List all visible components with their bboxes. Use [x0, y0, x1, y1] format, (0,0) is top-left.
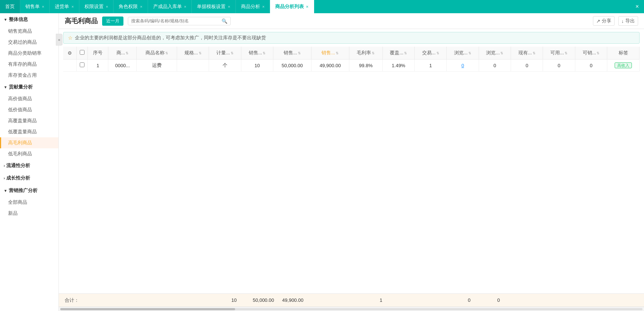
nav-item-role[interactable]: 角色权限 ×	[114, 0, 148, 13]
col-header-name[interactable]: 商品名称⇅	[137, 47, 177, 59]
sidebar-group-growth[interactable]: › 成长性分析	[0, 172, 58, 184]
col-header-sales-profit[interactable]: 销售...⇅	[311, 47, 349, 59]
select-all-checkbox[interactable]	[80, 50, 84, 55]
share-button[interactable]: ↗ 分享	[593, 16, 615, 26]
sidebar-item-low-value[interactable]: 低价值商品	[0, 104, 58, 115]
sidebar-collapse-btn[interactable]: «	[56, 34, 62, 46]
nav-close-role[interactable]: ×	[140, 4, 142, 9]
col-header-trade[interactable]: 交易...⇅	[414, 47, 446, 59]
sidebar-group-contribution[interactable]: ▼ 贡献量分析	[0, 81, 58, 93]
col-header-settings[interactable]: ⚙	[63, 47, 76, 59]
nav-label-template: 单据模板设置	[197, 3, 226, 10]
sidebar-group-growth-label: 成长性分析	[6, 175, 30, 181]
nav-label-home: 首页	[5, 3, 15, 10]
col-header-unit[interactable]: 计量...⇅	[209, 47, 241, 59]
sidebar-group-liquidity[interactable]: › 流通性分析	[0, 159, 58, 172]
col-header-spec[interactable]: 规格...⇅	[177, 47, 209, 59]
col-header-tag: 标签	[607, 47, 640, 59]
sidebar-group-marketing[interactable]: ▼ 营销推广分析	[0, 184, 58, 197]
cell-unit: 个	[209, 59, 241, 72]
product-table: ⚙ 序号 商...⇅ 商品名称⇅ 规格...⇅ 计量...⇅ 销售...⇅ 销售…	[63, 47, 640, 72]
footer-cell-sales-amount: 50,000.00	[249, 297, 278, 303]
sidebar-item-all-products[interactable]: 全部商品	[0, 197, 58, 208]
col-header-sku[interactable]: 商...⇅	[108, 47, 137, 59]
table-header-row: ⚙ 序号 商...⇅ 商品名称⇅ 规格...⇅ 计量...⇅ 销售...⇅ 销售…	[63, 47, 640, 59]
footer-bar: 合计： 10 50,000.00 49,900.00 1 0 0	[59, 293, 644, 307]
nav-close-product-analysis[interactable]: ×	[262, 4, 265, 9]
col-header-current-stock[interactable]: 现有...⇅	[511, 47, 543, 59]
cell-sellable: 0	[575, 59, 607, 72]
cell-view1[interactable]: 0	[447, 59, 479, 72]
nav-label-role: 角色权限	[119, 3, 138, 10]
nav-close-all[interactable]: ×	[630, 3, 644, 10]
top-nav: 首页 销售单 × 进货单 × 权限设置 × 角色权限 × 产成品入库单 × 单据…	[0, 0, 644, 13]
col-header-coverage[interactable]: 覆盖...⇅	[382, 47, 414, 59]
nav-item-sales[interactable]: 销售单 ×	[20, 0, 50, 13]
sidebar-item-high-value[interactable]: 高价值商品	[0, 93, 58, 104]
col-header-sales-amount[interactable]: 销售...⇅	[273, 47, 311, 59]
cell-check[interactable]	[76, 59, 87, 72]
nav-close-template[interactable]: ×	[228, 4, 230, 9]
content-area: 高毛利商品 近一月 🔍 ↗ 分享 ↓ 导出 ☆ 企业的主要的利润都是这部分商品创…	[59, 13, 644, 311]
nav-close-analysis-list[interactable]: ×	[306, 4, 308, 9]
footer-cells: 10 50,000.00 49,900.00 1 0 0	[86, 297, 638, 303]
header-actions: ↗ 分享 ↓ 导出	[593, 16, 638, 26]
cell-sales-amount: 50,000.00	[273, 59, 311, 72]
footer-cell-sales-qty: 10	[219, 297, 249, 303]
footer-cell-view2	[425, 297, 454, 303]
sidebar-item-label-low-value: 低价值商品	[8, 107, 32, 112]
row-checkbox[interactable]	[80, 62, 84, 67]
nav-close-warehouse[interactable]: ×	[184, 4, 186, 9]
sidebar-item-in-stock[interactable]: 有库存的商品	[0, 59, 58, 70]
nav-item-template[interactable]: 单据模板设置 ×	[192, 0, 235, 13]
col-header-check[interactable]	[76, 47, 87, 59]
sidebar-item-high-coverage[interactable]: 高覆盖量商品	[0, 115, 58, 126]
col-header-available-stock[interactable]: 可用...⇅	[543, 47, 575, 59]
sidebar-item-label-sales-overview: 销售览商品	[8, 28, 32, 34]
search-input[interactable]	[131, 18, 222, 23]
cell-index: 1	[87, 59, 108, 72]
nav-item-permission[interactable]: 权限设置 ×	[79, 0, 114, 13]
arrow-icon-contribution: ▼	[4, 85, 7, 89]
tip-icon: ☆	[68, 35, 73, 41]
nav-item-warehouse[interactable]: 产成品入库单 ×	[148, 0, 192, 13]
sidebar-item-category-rate[interactable]: 商品分类助销率	[0, 48, 58, 59]
sidebar-group-contribution-label: 贡献量分析	[9, 84, 33, 90]
col-header-view2[interactable]: 浏览...⇅	[479, 47, 511, 59]
nav-item-product-analysis[interactable]: 商品分析 ×	[236, 0, 270, 13]
table-wrapper: ⚙ 序号 商...⇅ 商品名称⇅ 规格...⇅ 计量...⇅ 销售...⇅ 销售…	[59, 47, 644, 293]
nav-close-permission[interactable]: ×	[106, 4, 108, 9]
scroll-track[interactable]	[60, 308, 643, 310]
footer-cell-coverage	[337, 297, 366, 303]
sidebar-item-low-coverage[interactable]: 低覆盖量商品	[0, 126, 58, 137]
col-header-sellable[interactable]: 可销...⇅	[575, 47, 607, 59]
col-header-sales-qty[interactable]: 销售...⇅	[241, 47, 273, 59]
cell-current-stock: 0	[511, 59, 543, 72]
sidebar-item-sales-overview[interactable]: 销售览商品	[0, 26, 58, 37]
nav-item-purchase[interactable]: 进货单 ×	[50, 0, 79, 13]
nav-item-analysis-list[interactable]: 商品分析列表 ×	[270, 0, 314, 13]
nav-label-sales: 销售单	[25, 3, 40, 10]
col-header-view1[interactable]: 浏览...⇅	[447, 47, 479, 59]
sidebar-group-overall[interactable]: ▼ 整体信息	[0, 13, 58, 26]
nav-item-home[interactable]: 首页	[0, 0, 20, 13]
filter-recent-month-btn[interactable]: 近一月	[102, 17, 123, 26]
nav-close-sales[interactable]: ×	[42, 4, 44, 9]
cell-gross-margin: 99.8%	[349, 59, 383, 72]
sidebar-item-low-margin[interactable]: 低毛利商品	[0, 148, 58, 159]
search-icon[interactable]: 🔍	[222, 18, 227, 24]
col-header-gross-margin[interactable]: 毛利率⇅	[349, 47, 383, 59]
sidebar-item-traded[interactable]: 交易过的商品	[0, 37, 58, 48]
sidebar-item-label-stock-capital: 库存资金占用	[8, 72, 37, 78]
sidebar-item-stock-capital[interactable]: 库存资金占用	[0, 70, 58, 81]
sidebar-item-label-high-value: 高价值商品	[8, 96, 32, 101]
cell-spec	[177, 59, 209, 72]
nav-close-purchase[interactable]: ×	[71, 4, 73, 9]
sidebar-item-high-margin[interactable]: 高毛利商品	[0, 137, 58, 148]
sidebar-item-new-products[interactable]: 新品	[0, 208, 58, 219]
sidebar-item-label-traded: 交易过的商品	[8, 39, 37, 45]
export-button[interactable]: ↓ 导出	[618, 16, 638, 26]
nav-label-warehouse: 产成品入库单	[153, 3, 182, 10]
scroll-thumb[interactable]	[60, 308, 235, 310]
footer-label: 合计：	[65, 297, 79, 304]
